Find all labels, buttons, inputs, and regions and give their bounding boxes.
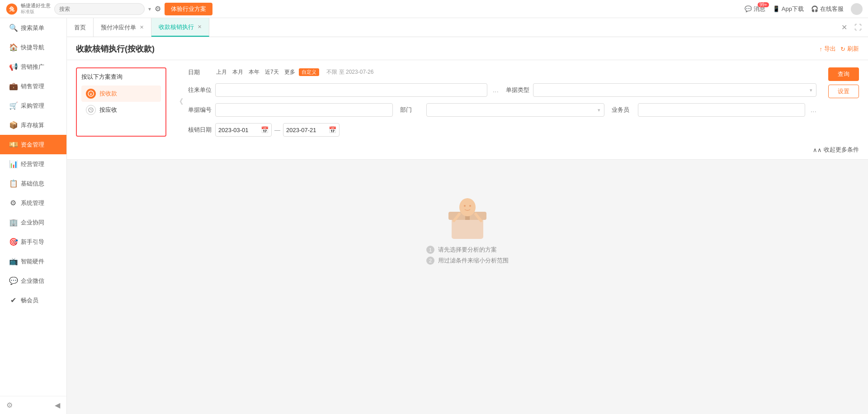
verify-date-label: 核销日期 xyxy=(188,126,212,134)
export-button[interactable]: ↑ 导出 xyxy=(820,45,836,53)
export-icon: ↑ xyxy=(820,46,823,52)
doctype-select[interactable]: ▾ xyxy=(533,83,816,97)
calendar-end-icon[interactable]: 📅 xyxy=(329,126,336,133)
sidebar-item-search[interactable]: 🔍 搜索菜单 xyxy=(0,18,66,38)
sidebar-item-system[interactable]: ⚙ 系统管理 xyxy=(0,193,66,213)
sidebar-item-guide[interactable]: 🎯 新手引导 xyxy=(0,232,66,252)
filter-field-doctype: 单据类型 ▾ xyxy=(506,83,816,97)
verify-date-range: 📅 — 📅 xyxy=(215,123,340,137)
empty-illustration xyxy=(440,196,495,241)
sidebar-settings-icon[interactable]: ⚙ xyxy=(6,401,13,409)
sidebar-item-operations[interactable]: 📊 经营管理 xyxy=(0,154,66,174)
tab-collection[interactable]: 收款核销执行 ✕ xyxy=(151,18,209,37)
filter-option-by-receivable[interactable]: 按应收 xyxy=(81,102,161,118)
sidebar-item-member[interactable]: ✔ 畅会员 xyxy=(0,290,66,310)
filter-section: 按以下方案查询 ¥ 按收款 xyxy=(67,60,868,144)
shortcut-7days[interactable]: 近7天 xyxy=(263,67,281,77)
receipt-icon: ¥ xyxy=(86,89,96,99)
tabbar: 首页 预付冲应付单 ✕ 收款核销执行 ✕ ✕ ⛶ xyxy=(67,18,868,37)
filter-row-date: 日期 上月 本月 本年 近7天 更多 自定义 xyxy=(188,67,816,77)
refresh-icon: ↻ xyxy=(840,46,845,52)
page-content: 收款核销执行(按收款) ↑ 导出 ↻ 刷新 按以下方案查询 xyxy=(67,37,868,414)
sidebar-item-hardware[interactable]: 📺 智能硬件 xyxy=(0,252,66,271)
filter-collapse-button[interactable]: 《 xyxy=(175,67,184,137)
tab-prepay[interactable]: 预付冲应付单 ✕ xyxy=(94,18,151,37)
date-label: 日期 xyxy=(188,68,211,76)
refresh-button[interactable]: ↻ 刷新 xyxy=(840,45,859,53)
staff-label: 业务员 xyxy=(612,106,634,114)
date-no-limit: 不限 xyxy=(326,68,337,76)
hint-num-1: 1 xyxy=(426,246,434,254)
filter-option-by-receipt[interactable]: ¥ 按收款 xyxy=(81,86,161,102)
sidebar-item-quicknav[interactable]: 🏠 快捷导航 xyxy=(0,38,66,57)
date-separator: — xyxy=(274,127,280,133)
filter-row-partner: 往来单位 ... 单据类型 xyxy=(188,83,816,97)
solution-button[interactable]: 体验行业方案 xyxy=(165,3,212,15)
date-to: 至 2023-07-26 xyxy=(339,68,374,76)
search-icon: 🔍 xyxy=(9,24,17,32)
receipt-svg: ¥ xyxy=(88,90,94,97)
doctype-label: 单据类型 xyxy=(506,86,529,94)
svg-point-10 xyxy=(459,198,476,216)
date-shortcuts: 上月 本月 本年 近7天 更多 自定义 xyxy=(214,67,319,77)
chart-icon: 📊 xyxy=(9,160,17,168)
calendar-start-icon[interactable]: 📅 xyxy=(261,126,269,133)
sidebar-item-inventory[interactable]: 📦 库存核算 xyxy=(0,115,66,135)
cart-icon: 🛒 xyxy=(9,101,17,110)
filter-row-verify-date: 核销日期 📅 — xyxy=(188,123,816,137)
tab-home[interactable]: 首页 xyxy=(67,18,94,37)
online-service-button[interactable]: 🎧 在线客服 xyxy=(811,5,844,13)
shortcut-this-year[interactable]: 本年 xyxy=(247,67,261,77)
sidebar-item-marketing[interactable]: 📢 营销推广 xyxy=(0,57,66,76)
sidebar-item-enterprise[interactable]: 🏢 企业协同 xyxy=(0,213,66,232)
hint-num-2: 2 xyxy=(426,257,434,265)
tab-prepay-close[interactable]: ✕ xyxy=(140,24,144,30)
partner-label: 往来单位 xyxy=(188,86,212,94)
partner-dots-icon[interactable]: ... xyxy=(493,86,499,94)
money-icon: 💴 xyxy=(9,140,17,149)
docno-label: 单据编号 xyxy=(188,106,212,114)
guide-icon: 🎯 xyxy=(9,238,17,246)
verify-date-start-wrap: 📅 xyxy=(215,123,272,137)
filter-row-docno: 单据编号 部门 ▾ xyxy=(188,103,816,117)
svg-line-6 xyxy=(91,110,92,110)
sidebar-item-sales[interactable]: 💼 销售管理 xyxy=(0,76,66,96)
message-button[interactable]: 💬 消息 99+ xyxy=(745,5,765,13)
close-tab-button[interactable]: ✕ xyxy=(840,21,849,33)
topbar-search-input[interactable] xyxy=(54,3,145,15)
dept-select[interactable]: ▾ xyxy=(426,103,605,117)
gear-icon: ⚙ xyxy=(9,199,17,207)
shortcut-this-month[interactable]: 本月 xyxy=(231,67,245,77)
topbar: 兔 畅捷通好生意 标准版 ▾ ⚙ 体验行业方案 💬 消息 99+ 📱 App下载… xyxy=(0,0,868,18)
sidebar-item-purchase[interactable]: 🛒 采购管理 xyxy=(0,96,66,115)
shortcut-last-month[interactable]: 上月 xyxy=(214,67,229,77)
staff-select[interactable] xyxy=(638,103,805,117)
sidebar-collapse-icon[interactable]: ◀ xyxy=(55,401,60,409)
docno-input[interactable] xyxy=(215,103,393,117)
user-menu[interactable] xyxy=(851,3,863,15)
clock-svg xyxy=(88,107,94,113)
partner-select[interactable] xyxy=(215,83,487,97)
topbar-right: 💬 消息 99+ 📱 App下载 🎧 在线客服 xyxy=(745,3,863,15)
dropdown-icon[interactable]: ▾ xyxy=(148,6,151,12)
page-header: 收款核销执行(按收款) ↑ 导出 ↻ 刷新 xyxy=(67,37,868,60)
maximize-tab-button[interactable]: ⛶ xyxy=(853,22,863,33)
sidebar-item-wechat[interactable]: 💬 企业微信 xyxy=(0,271,66,290)
verify-date-end-input[interactable] xyxy=(286,127,327,133)
filter-left-panel: 按以下方案查询 ¥ 按收款 xyxy=(76,67,166,137)
app-brand: 畅捷通好生意 标准版 xyxy=(21,3,51,15)
staff-dots-icon[interactable]: ... xyxy=(811,106,816,114)
filter-field-partner: 往来单位 ... xyxy=(188,83,499,97)
query-button[interactable]: 查询 xyxy=(828,67,859,81)
empty-hints: 1 请先选择要分析的方案 2 用过滤条件来缩小分析范围 xyxy=(426,246,509,265)
sidebar-item-basic[interactable]: 📋 基础信息 xyxy=(0,174,66,193)
settings-icon[interactable]: ⚙ xyxy=(155,5,161,13)
filter-settings-button[interactable]: 设置 xyxy=(828,85,859,98)
empty-hint-1: 1 请先选择要分析的方案 xyxy=(426,246,509,254)
app-download-button[interactable]: 📱 App下载 xyxy=(773,5,804,13)
sidebar-item-finance[interactable]: 💴 资金管理 xyxy=(0,135,66,154)
collapse-more-button[interactable]: ∧∧ 收起更多条件 xyxy=(813,146,859,154)
shortcut-more[interactable]: 更多 xyxy=(283,67,297,77)
verify-date-start-input[interactable] xyxy=(218,127,259,133)
tab-collection-close[interactable]: ✕ xyxy=(198,24,202,30)
